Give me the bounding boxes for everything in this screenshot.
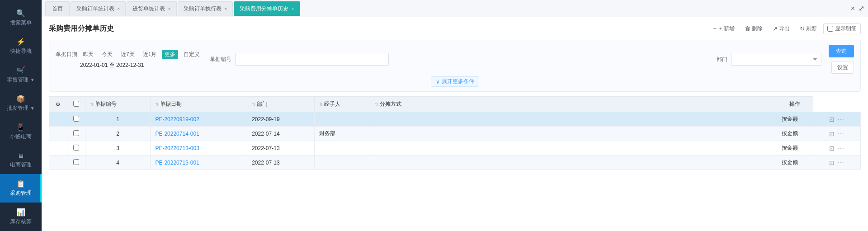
tab-purchase-order-exec[interactable]: 采购订单执行表 × <box>178 1 233 16</box>
tab-close-icon[interactable]: × <box>291 6 294 11</box>
sort-icon: ⇅ <box>252 102 255 107</box>
row-settings-cell <box>49 127 67 141</box>
row-doc-num[interactable]: PE-20220919-002 <box>151 112 247 127</box>
th-handler[interactable]: ⇅ 经手人 <box>314 97 370 112</box>
date-btn-yesterday[interactable]: 昨天 <box>80 50 96 59</box>
row-doc-num[interactable]: PE-20220714-001 <box>151 127 247 141</box>
tab-purchase-fee-history[interactable]: 采购费用分摊单历史 × <box>234 1 300 16</box>
th-dept[interactable]: ⇅ 部门 <box>247 97 315 112</box>
tab-bar: 首页 采购订单统计表 × 进货单统计表 × 采购订单执行表 × 采购费用分摊单历… <box>42 0 868 17</box>
filter-right-actions: 查询 设置 <box>829 45 854 74</box>
row-dept: 财务部 <box>314 127 370 141</box>
chevron-down-icon: ▼ <box>30 106 35 111</box>
dept-select[interactable]: 财务部 <box>731 53 821 66</box>
doc-num-link[interactable]: PE-20220714-001 <box>155 131 199 137</box>
export-button[interactable]: ↗ 导出 <box>769 23 793 34</box>
row-doc-num[interactable]: PE-20220713-003 <box>151 141 247 156</box>
date-btn-today[interactable]: 今天 <box>99 50 115 59</box>
setting-button[interactable]: 设置 <box>831 61 854 74</box>
tab-purchase-goods-stats[interactable]: 进货单统计表 × <box>127 1 176 16</box>
tab-close-icon[interactable]: × <box>224 6 227 11</box>
date-btn-custom[interactable]: 自定义 <box>181 50 203 59</box>
window-maximize-icon[interactable]: ⤢ <box>859 4 864 13</box>
sidebar-item-mini[interactable]: 📱 小畅电商 <box>0 118 42 146</box>
row-checkbox[interactable] <box>73 116 79 122</box>
query-button[interactable]: 查询 <box>829 45 854 57</box>
row-checkbox-cell[interactable] <box>67 127 85 141</box>
toggle-columns-checkbox[interactable]: 显示明细 <box>823 23 861 34</box>
row-checkbox-cell[interactable] <box>67 141 85 156</box>
doc-num-link[interactable]: PE-20220713-003 <box>155 145 199 151</box>
row-action-cell: ⊡ ⋯ <box>813 112 860 127</box>
row-checkbox-cell[interactable] <box>67 156 85 170</box>
row-dept <box>314 156 370 170</box>
add-button[interactable]: ＋ + 新增 <box>708 23 738 34</box>
sidebar-item-wholesale[interactable]: 📦 批发管理 ▼ <box>0 89 42 118</box>
th-checkbox[interactable] <box>67 97 85 112</box>
select-all-checkbox[interactable] <box>73 101 79 107</box>
sidebar-item-shortcut[interactable]: ⚡ 快捷导航 <box>0 32 42 61</box>
row-checkbox[interactable] <box>73 159 79 165</box>
page-title: 采购费用分摊单历史 <box>49 24 114 33</box>
delete-icon: 🗑 <box>745 25 750 32</box>
row-handler <box>370 141 777 156</box>
row-number: 2 <box>85 127 151 141</box>
date-btn-7days[interactable]: 近7天 <box>118 50 137 59</box>
row-checkbox[interactable] <box>73 130 79 136</box>
row-split-method: 按金额 <box>777 127 813 141</box>
sidebar-item-search[interactable]: 🔍 搜索菜单 <box>0 4 42 32</box>
th-doc-date[interactable]: ⇅ 单据日期 <box>151 97 247 112</box>
doc-number-filter: 单据编号 <box>210 53 709 66</box>
action-view-icon[interactable]: ⊡ <box>829 145 835 152</box>
search-icon: 🔍 <box>2 9 40 18</box>
tab-home[interactable]: 首页 <box>45 1 70 16</box>
sidebar-item-ecommerce[interactable]: 🖥 电商管理 <box>0 146 42 174</box>
filter-row: 单据日期 昨天 今天 近7天 近1月 更多 自定义 2022-01-01 至 2… <box>56 45 854 74</box>
tab-close-icon[interactable]: × <box>168 6 170 11</box>
sidebar-item-retail[interactable]: 🛒 零售管理 ▼ <box>0 61 42 89</box>
row-settings-cell <box>49 112 67 127</box>
row-dept <box>314 141 370 156</box>
row-checkbox[interactable] <box>73 145 79 151</box>
window-close-icon[interactable]: × <box>851 5 855 13</box>
row-doc-date: 2022-07-13 <box>247 141 315 156</box>
th-split-method[interactable]: ⇅ 分摊方式 <box>370 97 777 112</box>
inventory-icon: 📊 <box>2 208 40 217</box>
sidebar-item-purchase[interactable]: 📋 采购管理 <box>0 174 42 203</box>
tab-close-icon[interactable]: × <box>117 6 120 11</box>
settings-icon[interactable]: ⚙ <box>56 101 61 108</box>
row-doc-num[interactable]: PE-20220713-001 <box>151 156 247 170</box>
sidebar-item-inventory[interactable]: 📊 库存核算 <box>0 203 42 231</box>
row-handler <box>370 112 777 127</box>
export-icon: ↗ <box>773 25 778 32</box>
action-view-icon[interactable]: ⊡ <box>829 159 835 166</box>
toggle-columns-input[interactable] <box>827 26 833 32</box>
action-more-icon[interactable]: ⋯ <box>838 159 844 166</box>
date-btn-more[interactable]: 更多 <box>162 50 178 59</box>
action-view-icon[interactable]: ⊡ <box>829 130 835 137</box>
row-action-cell: ⊡ ⋯ <box>813 141 860 156</box>
sort-icon: ⇅ <box>375 102 378 107</box>
refresh-button[interactable]: ↻ 刷新 <box>796 23 821 34</box>
date-btn-1month[interactable]: 近1月 <box>140 50 160 59</box>
doc-num-link[interactable]: PE-20220713-001 <box>155 160 199 166</box>
dept-filter: 部门 财务部 <box>717 53 821 66</box>
filter-dates: 单据日期 昨天 今天 近7天 近1月 更多 自定义 <box>56 50 203 59</box>
action-view-icon[interactable]: ⊡ <box>829 116 835 123</box>
action-more-icon[interactable]: ⋯ <box>838 130 844 137</box>
th-action: 操作 <box>777 97 813 112</box>
delete-button[interactable]: 🗑 删除 <box>741 23 766 34</box>
ecommerce-icon: 🖥 <box>2 151 40 160</box>
th-settings[interactable]: ⚙ <box>49 97 67 112</box>
tab-purchase-order-stats[interactable]: 采购订单统计表 × <box>71 1 126 16</box>
chevron-down-icon: ∨ <box>436 79 440 85</box>
action-more-icon[interactable]: ⋯ <box>838 145 844 152</box>
row-checkbox-cell[interactable] <box>67 112 85 127</box>
sort-icon: ⇅ <box>319 102 323 107</box>
action-more-icon[interactable]: ⋯ <box>838 116 844 123</box>
doc-num-link[interactable]: PE-20220919-002 <box>155 116 199 123</box>
expand-more-button[interactable]: ∨ 展开更多条件 <box>431 76 479 87</box>
th-doc-num[interactable]: ⇅ 单据编号 <box>85 97 151 112</box>
row-dept <box>314 112 370 127</box>
doc-number-input[interactable] <box>235 53 389 66</box>
